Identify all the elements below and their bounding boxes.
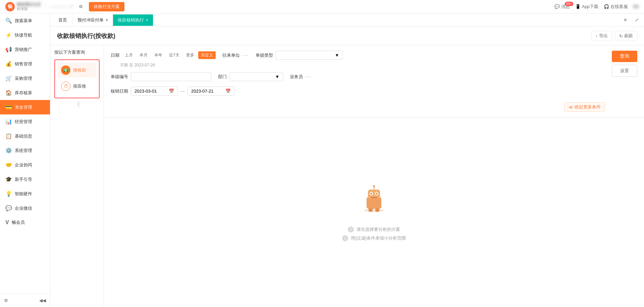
member-icon: V	[5, 219, 9, 225]
query-option-by-receivable[interactable]: ⏱ 按应收	[58, 79, 96, 94]
sidebar-item-label: 企业协同	[15, 162, 32, 168]
sidebar-item-quick-nav[interactable]: ⚡ 快捷导航	[0, 28, 50, 42]
tab-close-window-icon[interactable]: ✕	[621, 15, 630, 25]
app-label: App下载	[582, 4, 598, 10]
logo-text: 畅捷通好生意	[17, 2, 41, 7]
content-area: 按以下方案查询 💵 按收款 ⏱ 按应收 《	[50, 45, 644, 307]
filter-counterparty-item: 往来单位 ···	[222, 52, 249, 58]
sidebar-item-system[interactable]: ⚙️ 系统管理	[0, 143, 50, 158]
sidebar-item-inventory[interactable]: 🏠 库存核算	[0, 86, 50, 100]
counterparty-selector[interactable]: ···	[243, 52, 249, 58]
filter-date-item: 日期 上月 本月 本年 近7天 更多 自定义	[111, 51, 216, 59]
sidebar-item-hardware[interactable]: 💡 智能硬件	[0, 187, 50, 201]
sidebar-settings-icon[interactable]: ⚙	[0, 294, 12, 307]
online-service[interactable]: 🎧 在线客服	[604, 4, 628, 10]
basic-info-icon: 📋	[5, 133, 12, 139]
solution-button[interactable]: 休验行业方案	[89, 2, 124, 11]
settings-icon[interactable]: ⚙	[76, 2, 86, 11]
system-icon: ⚙️	[5, 147, 12, 154]
filter-billnum-item: 单据编号	[111, 72, 211, 81]
date-btn-custom[interactable]: 自定义	[198, 51, 216, 59]
svg-rect-10	[369, 208, 373, 212]
sidebar-item-label: 企业微信	[15, 205, 32, 211]
sidebar-collapse-icon[interactable]: ◀◀	[35, 294, 50, 307]
enterprise-icon: 🤝	[5, 162, 12, 168]
empty-step-2: 2 用[过滤]条件来缩小分析范围	[342, 235, 406, 241]
sidebar-item-label: 新手引导	[15, 176, 32, 183]
refresh-icon: ↻	[619, 34, 623, 39]
svg-point-0	[364, 209, 384, 212]
date-btn-this-month[interactable]: 本月	[137, 51, 150, 59]
sidebar-item-label: 销售管理	[15, 61, 32, 67]
receipt-icon: 💵	[61, 65, 70, 75]
filter-billtype-label: 单据类型	[256, 52, 273, 58]
date-btn-7days[interactable]: 近7天	[166, 51, 182, 59]
message-count: 99+	[565, 2, 573, 6]
settings-button[interactable]: 设置	[612, 65, 637, 77]
writeoff-start-date[interactable]: 2023-03-01 📅	[131, 87, 178, 96]
tab-writeoff-close[interactable]: ×	[146, 18, 148, 22]
query-option-by-receipt[interactable]: 💵 按收款	[58, 63, 96, 78]
sidebar-item-marketing[interactable]: 📢 营销推广	[0, 42, 50, 57]
message-icon: 💬	[554, 4, 560, 9]
user-name[interactable]: Rit	[633, 4, 639, 9]
search-icon: 🔍	[5, 17, 12, 24]
writeoff-end-date[interactable]: 2023-07-21 📅	[187, 87, 234, 96]
sidebar-item-enterprise[interactable]: 🤝 企业协同	[0, 158, 50, 172]
query-option-receivable-label: 按应收	[73, 83, 86, 89]
export-button[interactable]: ↑ 导出	[591, 31, 612, 41]
sidebar-item-label: 营销推广	[15, 47, 32, 53]
empty-step-1-text: 请先选择要分析的方案	[357, 226, 400, 233]
date-btn-this-year[interactable]: 本年	[152, 51, 165, 59]
tab-home[interactable]: 首页	[53, 14, 73, 26]
sidebar-item-label: 资金管理	[15, 104, 32, 110]
date-btn-more[interactable]: 更多	[183, 51, 197, 59]
filter-billtype-item: 单据类型 ▼	[256, 51, 343, 60]
department-select[interactable]: ▼	[229, 72, 283, 81]
topbar-divider	[46, 3, 46, 10]
query-option-receipt-label: 按收款	[73, 67, 86, 73]
sidebar-item-basic-info[interactable]: 📋 基础信息	[0, 129, 50, 143]
tab-prepay-close[interactable]: ×	[106, 18, 108, 22]
tab-writeoff[interactable]: 收款核销执行 ×	[113, 14, 153, 26]
sidebar-item-purchase[interactable]: 🛒 采购管理	[0, 71, 50, 86]
sidebar: 🔍 搜索菜单 ⚡ 快捷导航 📢 营销推广 💰 销售管理 🛒 采购管理 🏠 库存核…	[0, 13, 50, 307]
query-button[interactable]: 查询	[612, 51, 637, 62]
topbar-dropdown[interactable]: ———— ▼	[51, 4, 73, 9]
sidebar-item-operations[interactable]: 📊 经营管理	[0, 114, 50, 129]
sidebar-item-search[interactable]: 🔍 搜索菜单	[0, 13, 50, 28]
tab-expand-icon[interactable]: ⤢	[632, 15, 641, 25]
app-icon: 📱	[575, 4, 581, 9]
calendar-icon: 📅	[169, 89, 174, 94]
tab-writeoff-label: 收款核销执行	[118, 17, 144, 23]
wechat-icon: 💬	[5, 205, 12, 211]
inventory-icon: 🏠	[5, 90, 12, 96]
filter-billnum-label: 单据编号	[111, 74, 128, 80]
filter-row-2: 单据编号 部门 ▼	[111, 72, 605, 81]
date-btn-last-month[interactable]: 上月	[122, 51, 136, 59]
sidebar-item-finance[interactable]: 💳 资金管理	[0, 100, 50, 114]
refresh-button[interactable]: ↻ 刷新	[615, 31, 637, 41]
billtype-select[interactable]: ▼	[276, 51, 343, 60]
filter-action-col: 查询 设置	[612, 51, 637, 77]
dropdown-text: ————	[51, 4, 68, 9]
chevron-down-icon: ▼	[335, 53, 339, 58]
sidebar-item-wechat[interactable]: 💬 企业微信	[0, 201, 50, 215]
filter-writeoff-date-item: 核销日期 2023-03-01 📅 — 2023-07-21	[111, 87, 234, 96]
salesperson-selector[interactable]: ···	[306, 74, 312, 80]
app-download[interactable]: 📱 App下载	[575, 4, 598, 10]
filter-salesperson-item: 业务员 ···	[290, 74, 312, 80]
panel-collapse-button[interactable]: 《	[54, 101, 100, 108]
sidebar-item-member[interactable]: V 畅会员	[0, 215, 50, 229]
chevron-down-icon: ▼	[275, 74, 279, 79]
collapse-more-button[interactable]: ≪ 收起更多条件	[564, 102, 605, 112]
sidebar-item-sales[interactable]: 💰 销售管理	[0, 57, 50, 71]
filter-date-label: 日期	[111, 52, 119, 58]
sidebar-item-guide[interactable]: 🎓 新手引导	[0, 172, 50, 187]
message-badge[interactable]: 💬 消息 99+	[554, 4, 570, 10]
filter-billnum-input[interactable]	[131, 72, 211, 81]
empty-state: 1 请先选择要分析的方案 2 用[过滤]条件来缩小分析范围	[104, 117, 644, 307]
edition-text: 标准版	[17, 7, 41, 11]
chevron-down-icon: ▼	[69, 5, 73, 8]
tab-prepay[interactable]: 预付冲应付单 ×	[73, 14, 113, 26]
